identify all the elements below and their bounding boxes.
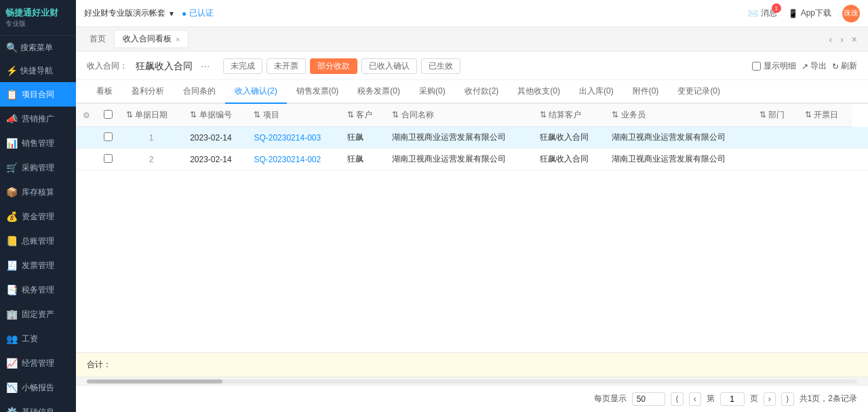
refresh-icon: ↻ — [832, 62, 839, 71]
subtab-sales_invoice[interactable]: 销售发票(0) — [287, 80, 349, 104]
status-btn-partial[interactable]: 部分收款 — [310, 58, 357, 74]
refresh-label: 刷新 — [841, 60, 857, 72]
sidebar-item-sales[interactable]: 📊销售管理 — [0, 131, 76, 155]
row-number-link[interactable]: SQ-20230214-003 — [254, 133, 321, 143]
table-row[interactable]: 12023-02-14SQ-20230214-003狂飙湖南卫视商业运营发展有限… — [76, 127, 868, 149]
sales-icon: 📊 — [5, 137, 18, 149]
operation-icon: 📈 — [5, 357, 18, 369]
next-page-btn[interactable]: › — [764, 392, 776, 406]
subtab-kanban[interactable]: 看板 — [87, 80, 122, 104]
table-row[interactable]: 22023-02-14SQ-20230214-002狂飙湖南卫视商业运营发展有限… — [76, 149, 868, 170]
sidebar-label-quick-nav: 快捷导航 — [20, 65, 53, 77]
sidebar-item-invoice[interactable]: 🧾发票管理 — [0, 253, 76, 278]
sort-icon-salesperson[interactable]: ⇅ — [612, 110, 618, 119]
prev-page-btn[interactable]: ‹ — [689, 392, 701, 406]
tab-prev-btn[interactable]: ‹ — [826, 33, 835, 46]
sort-icon-project[interactable]: ⇅ — [254, 110, 260, 119]
sidebar-item-labor[interactable]: 👥工资 — [0, 326, 76, 351]
scrollbar-row[interactable] — [76, 377, 868, 385]
subtab-change_log[interactable]: 变更记录(0) — [668, 80, 730, 104]
page-label: 第 — [707, 393, 715, 405]
sort-icon-contract_name[interactable]: ⇅ — [392, 110, 399, 119]
show-detail-checkbox[interactable]: 显示明细 — [752, 60, 796, 72]
sidebar-item-quick-nav[interactable]: ⚡快捷导航 — [0, 59, 76, 82]
contract-header: 收入合同： 狂飙收入合同 ··· 未完成未开票部分收款已收入确认已生效 显示明细… — [76, 52, 868, 80]
sidebar-item-basic[interactable]: ⚙️基础信息 — [0, 400, 76, 412]
export-btn[interactable]: ↗ 导出 — [802, 60, 827, 72]
company-name: 好业财专业版演示帐套 — [84, 7, 165, 19]
first-page-btn[interactable]: ⟨ — [671, 392, 684, 406]
row-number-link[interactable]: SQ-20230214-002 — [254, 155, 321, 164]
tabbar: 首页 收入合同看板 × ‹ › × — [76, 27, 868, 52]
user-avatar-btn[interactable]: 珠珠 — [842, 5, 860, 22]
sidebar-label-operation: 经营管理 — [22, 358, 54, 369]
table-wrap[interactable]: ⚙⇅ 单据日期⇅ 单据编号⇅ 项目⇅ 客户⇅ 合同名称⇅ 结算客户⇅ 业务员⇅ … — [76, 104, 868, 352]
contract-more-btn[interactable]: ··· — [201, 60, 210, 73]
subtab-profit[interactable]: 盈利分析 — [122, 80, 174, 104]
subtab-attachment[interactable]: 附件(0) — [623, 80, 669, 104]
sidebar-item-tax[interactable]: 📑税务管理 — [0, 278, 76, 302]
cell-contract-name: 狂飙收入合同 — [533, 127, 606, 149]
subtab-income_confirm[interactable]: 收入确认(2) — [225, 80, 287, 104]
subtab-purchase[interactable]: 采购(0) — [410, 80, 455, 104]
sidebar-item-report[interactable]: 📉小畅报告 — [0, 375, 76, 400]
sort-icon-open_date[interactable]: ⇅ — [805, 110, 812, 119]
last-page-btn[interactable]: ⟩ — [781, 392, 794, 406]
sort-icon-customer[interactable]: ⇅ — [347, 110, 354, 119]
certified-badge: ● 已认证 — [182, 7, 214, 19]
status-btn-incomplete[interactable]: 未完成 — [223, 58, 262, 74]
company-selector[interactable]: 好业财专业版演示帐套 ▾ — [84, 7, 174, 19]
sort-icon-department[interactable]: ⇅ — [760, 110, 766, 119]
table-header: ⚙⇅ 单据日期⇅ 单据编号⇅ 项目⇅ 客户⇅ 合同名称⇅ 结算客户⇅ 业务员⇅ … — [76, 104, 868, 127]
user-name: 珠珠 — [844, 8, 859, 18]
refresh-btn[interactable]: ↻ 刷新 — [832, 60, 857, 72]
th-project: ⇅ 项目 — [247, 104, 340, 127]
sidebar-item-capital[interactable]: 💰资金管理 — [0, 204, 76, 229]
app-download-label: App下载 — [801, 7, 831, 19]
sort-icon-number[interactable]: ⇅ — [190, 110, 197, 119]
cell-project: 狂飙 — [340, 127, 385, 149]
sidebar-item-purchase[interactable]: 🛒采购管理 — [0, 155, 76, 180]
message-btn[interactable]: ✉️ 消息 1 — [748, 7, 777, 19]
page-input[interactable] — [720, 392, 745, 406]
sidebar-label-inventory: 库存核算 — [22, 187, 54, 198]
quick-nav-icon: ⚡ — [5, 64, 18, 77]
subtab-contract_terms[interactable]: 合同条的 — [174, 80, 225, 104]
th-settings: ⚙ — [76, 104, 97, 127]
cell-number: SQ-20230214-002 — [247, 149, 340, 170]
logo-main: 畅捷通好业财 — [5, 7, 71, 19]
row-checkbox-1[interactable] — [104, 154, 113, 163]
marketing-icon: 📣 — [5, 113, 18, 125]
subtab-other_income[interactable]: 其他收支(0) — [508, 80, 570, 104]
row-checkbox-0[interactable] — [104, 132, 113, 141]
select-all-checkbox[interactable] — [104, 110, 113, 119]
status-btn-confirmed[interactable]: 已收入确认 — [361, 58, 417, 74]
sidebar-item-inventory[interactable]: 📦库存核算 — [0, 180, 76, 204]
subtab-payment[interactable]: 收付款(2) — [455, 80, 509, 104]
subtab-warehouse[interactable]: 出入库(0) — [570, 80, 623, 104]
sidebar-item-operation[interactable]: 📈经营管理 — [0, 351, 76, 375]
per-page-select[interactable]: 2050100 — [632, 392, 665, 406]
status-btn-effective[interactable]: 已生效 — [421, 58, 460, 74]
app-download-btn[interactable]: 📱 App下载 — [788, 7, 831, 19]
subtab-tax_invoice[interactable]: 税务发票(0) — [348, 80, 410, 104]
tab-contract-kanban[interactable]: 收入合同看板 × — [114, 30, 189, 48]
tab-home[interactable]: 首页 — [84, 33, 111, 45]
settings-gear-icon[interactable]: ⚙ — [83, 111, 90, 120]
sidebar-item-marketing[interactable]: 📣营销推广 — [0, 107, 76, 131]
sidebar-item-search[interactable]: 🔍搜索菜单 — [0, 36, 76, 59]
scrollbar-thumb[interactable] — [87, 379, 222, 383]
sidebar-item-general[interactable]: 📒总账管理 — [0, 229, 76, 253]
tab-close-all-btn[interactable]: × — [849, 33, 860, 46]
cell-date: 2023-02-14 — [183, 149, 247, 170]
sort-icon-date[interactable]: ⇅ — [126, 110, 133, 119]
status-btn-uninvoiced[interactable]: 未开票 — [267, 58, 306, 74]
sort-icon-result_customer[interactable]: ⇅ — [540, 110, 547, 119]
sidebar-item-project[interactable]: 📋项目合同 — [0, 82, 76, 107]
tab-next-btn[interactable]: › — [837, 33, 846, 46]
tab-close-icon[interactable]: × — [176, 35, 180, 43]
fixed-icon: 🏢 — [5, 308, 18, 320]
sidebar-item-fixed[interactable]: 🏢固定资产 — [0, 302, 76, 326]
sidebar-label-search: 搜索菜单 — [20, 42, 53, 54]
show-detail-input[interactable] — [752, 62, 761, 71]
